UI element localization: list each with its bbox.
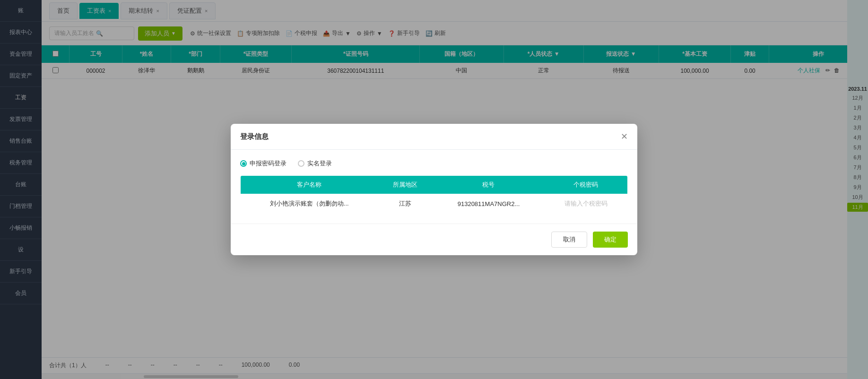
login-dialog: 登录信息 ✕ 申报密码登录 实名登录 xyxy=(231,124,637,255)
login-row-region: 江苏 xyxy=(378,194,433,214)
radio-password-login[interactable]: 申报密码登录 xyxy=(240,159,286,168)
login-row-tax-id: 91320811MA7NGR2... xyxy=(433,194,545,214)
cancel-button[interactable]: 取消 xyxy=(551,232,587,248)
radio-realname-circle xyxy=(298,160,304,167)
radio-password-label: 申报密码登录 xyxy=(250,159,286,168)
radio-password-dot xyxy=(242,162,245,165)
col-tax-password: 个税密码 xyxy=(545,176,628,194)
radio-password-circle xyxy=(240,160,247,167)
col-tax-id: 税号 xyxy=(433,176,545,194)
col-client-name: 客户名称 xyxy=(241,176,378,194)
dialog-overlay: 登录信息 ✕ 申报密码登录 实名登录 xyxy=(0,0,868,379)
col-region: 所属地区 xyxy=(378,176,433,194)
login-table-row: 刘小艳演示账套（勿删勿动... 江苏 91320811MA7NGR2... 请输… xyxy=(241,194,628,214)
login-type-radio-group: 申报密码登录 实名登录 xyxy=(240,159,628,168)
dialog-footer: 取消 确定 xyxy=(231,224,637,255)
dialog-body: 申报密码登录 实名登录 客户名称 所属地区 税号 个税密码 xyxy=(231,150,637,224)
dialog-close-icon[interactable]: ✕ xyxy=(621,131,628,142)
radio-realname-label: 实名登录 xyxy=(307,159,332,168)
dialog-title: 登录信息 xyxy=(240,132,269,141)
login-row-password-cell[interactable]: 请输入个税密码 xyxy=(545,194,628,214)
radio-realname-login[interactable]: 实名登录 xyxy=(298,159,332,168)
dialog-header: 登录信息 ✕ xyxy=(231,124,637,150)
confirm-button[interactable]: 确定 xyxy=(593,232,628,248)
login-row-client-name: 刘小艳演示账套（勿删勿动... xyxy=(241,194,378,214)
password-placeholder: 请输入个税密码 xyxy=(564,200,608,207)
login-table: 客户名称 所属地区 税号 个税密码 刘小艳演示账套（勿删勿动... 江苏 913… xyxy=(240,175,628,214)
